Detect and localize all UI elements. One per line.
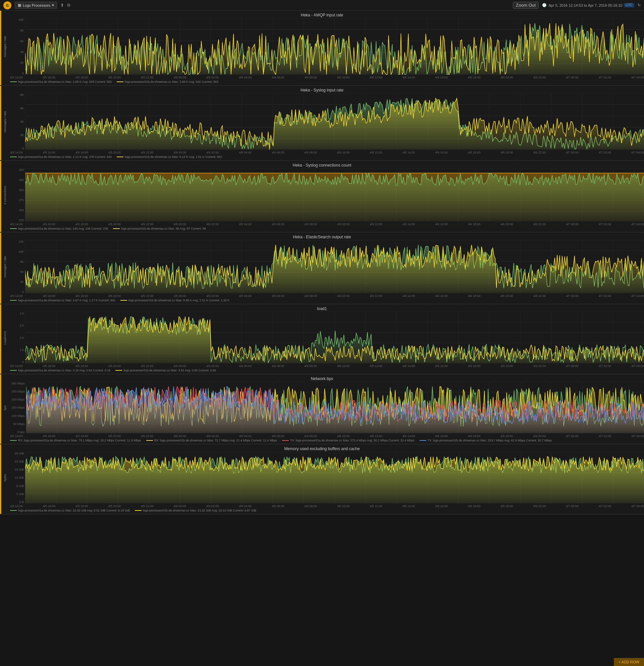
y-tick: 3K bbox=[12, 280, 24, 284]
legend-item: logs-processor01b.de.showmax.cc Max: 6.1… bbox=[117, 155, 222, 159]
x-tick: 4/6 14:00 bbox=[403, 76, 415, 79]
legend-item: logs-processor01b.de.showmax.cc Max: 23.… bbox=[135, 509, 256, 512]
x-tick: 4/6 06:00 bbox=[272, 76, 285, 79]
x-tick: 4/5 16:00 bbox=[43, 223, 55, 226]
y-tick: 13K bbox=[12, 240, 24, 243]
chart-title: Network bps bbox=[0, 374, 644, 382]
legend-color bbox=[120, 300, 127, 301]
x-tick: 4/5 20:00 bbox=[108, 434, 121, 438]
x-tick: 4/6 10:00 bbox=[337, 151, 350, 154]
dashboard-icon: ▦ bbox=[18, 3, 21, 7]
legend-item: logs-processor01b.de.showmax.cc Max: 8.8… bbox=[120, 299, 230, 302]
legend-color bbox=[135, 510, 141, 511]
x-tick: 4/5 14:00 bbox=[10, 364, 23, 368]
x-tick: 4/5 18:00 bbox=[75, 505, 88, 508]
utc-badge: UTC bbox=[624, 3, 634, 7]
y-tick: 10K bbox=[12, 250, 24, 253]
x-tick: 4/5 14:00 bbox=[10, 294, 23, 298]
chart-legend: logs-processor01a.de.showmax.cc Max: 4.0… bbox=[0, 79, 644, 85]
legend-label: logs-processor01a.de.showmax.cc Max: 240… bbox=[18, 227, 108, 230]
x-tick: 4/6 06:00 bbox=[272, 434, 285, 438]
y-ticks: 4.03.02.01.00 bbox=[10, 312, 25, 364]
y-tick: 5K bbox=[12, 270, 24, 274]
chart-area: bytes28 GiB23 GiB19 GiB14 GiB9 GiB5 GiB0… bbox=[0, 452, 644, 504]
x-tick: 4/5 16:00 bbox=[43, 434, 55, 438]
x-axis-labels: 4/5 14:004/5 16:004/5 18:004/5 20:004/5 … bbox=[0, 364, 644, 368]
x-tick: 4/6 10:00 bbox=[337, 434, 350, 438]
x-tick: 4/6 18:00 bbox=[468, 505, 481, 508]
legend-label: logs-processor01a.de.showmax.cc Max: 22.… bbox=[18, 509, 130, 512]
x-tick: 4/6 14:00 bbox=[403, 364, 415, 368]
x-tick: 4/6 18:00 bbox=[468, 76, 481, 79]
x-tick: 4/6 14:00 bbox=[403, 223, 415, 226]
x-tick: 4/5 22:00 bbox=[141, 76, 154, 79]
chart-svg bbox=[25, 240, 644, 294]
legend-item: logs-processor01a.de.showmax.cc Max: 4.0… bbox=[10, 80, 112, 84]
x-tick: 4/6 02:00 bbox=[206, 505, 219, 508]
x-tick: 4/6 14:00 bbox=[403, 434, 415, 438]
chart-svg bbox=[25, 18, 644, 75]
x-tick: 4/6 14:00 bbox=[403, 505, 415, 508]
x-tick: 4/5 14:00 bbox=[10, 223, 23, 226]
y-tick: 10K bbox=[12, 18, 24, 21]
settings-icon[interactable]: ⚙ bbox=[67, 3, 71, 8]
chart-area: bps300 Mbps250 Mbps200 Mbps150 Mbps100 M… bbox=[0, 382, 644, 434]
legend-label: logs-processor01a.de.showmax.cc Max: 4.6… bbox=[18, 299, 115, 302]
legend-label: logs-processor01b.de.showmax.cc Max: 3.9… bbox=[123, 369, 216, 372]
y-axis-label: messages / rate bbox=[0, 240, 10, 294]
x-tick: 4/6 06:00 bbox=[272, 151, 285, 154]
share-icon[interactable]: ⬆ bbox=[61, 3, 64, 8]
y-tick: 225 bbox=[12, 218, 24, 222]
chart-legend: RX: logs-processor01a.de.showmax.cc Max:… bbox=[0, 438, 644, 444]
x-tick: 4/6 12:00 bbox=[370, 505, 383, 508]
x-tick: 4/5 22:00 bbox=[141, 294, 154, 298]
x-tick: 4/6 10:00 bbox=[337, 505, 350, 508]
x-tick: 4/6 18:00 bbox=[468, 151, 481, 154]
x-tick: 4/6 18:00 bbox=[468, 364, 481, 368]
x-tick: 4/6 16:00 bbox=[435, 151, 448, 154]
chart-svg-wrapper bbox=[25, 452, 644, 504]
chart-svg-wrapper bbox=[26, 382, 644, 434]
refresh-icon[interactable]: ↻ bbox=[638, 3, 641, 7]
x-tick: 4/6 12:00 bbox=[370, 294, 383, 298]
x-tick: 4/7 00:00 bbox=[566, 151, 579, 154]
x-tick: 4/6 06:00 bbox=[272, 223, 285, 226]
legend-color bbox=[10, 157, 17, 157]
chart-area: Load/AVG4.03.02.01.00 bbox=[0, 312, 644, 364]
legend-label: logs-processor01a.de.showmax.cc Max: 3.1… bbox=[18, 369, 111, 372]
y-tick: 3.0 bbox=[12, 324, 24, 327]
x-tick: 4/6 10:00 bbox=[337, 294, 350, 298]
x-tick: 4/7 00:00 bbox=[566, 76, 579, 79]
x-tick: 4/6 20:00 bbox=[501, 76, 513, 79]
x-tick: 4/7 02:00 bbox=[599, 364, 611, 368]
chart-panel-network-bps: Network bpsbps300 Mbps250 Mbps200 Mbps15… bbox=[0, 374, 644, 444]
x-tick: 4/6 08:00 bbox=[304, 151, 317, 154]
legend-item: logs-processor01b.de.showmax.cc Max: 3.9… bbox=[117, 80, 218, 84]
chart-panel-amqp-input: Heka - AMQP input ratemessages / rate10K… bbox=[0, 11, 644, 86]
x-tick: 4/6 22:00 bbox=[533, 364, 546, 368]
x-tick: 4/7 00:00 bbox=[566, 505, 579, 508]
zoom-out-button[interactable]: Zoom Out bbox=[513, 2, 539, 9]
legend-item: logs-processor01b.de.showmax.cc Max: 3.9… bbox=[115, 369, 216, 372]
legend-label: logs-processor01b.de.showmax.cc Max: 3.9… bbox=[125, 80, 218, 84]
dashboard-title[interactable]: ▦ Logs Processors ▾ bbox=[15, 2, 57, 9]
x-tick: 4/6 04:00 bbox=[239, 294, 252, 298]
y-tick: 19 GiB bbox=[12, 468, 24, 471]
legend-color bbox=[113, 228, 120, 229]
charts-container: Heka - AMQP input ratemessages / rate10K… bbox=[0, 11, 644, 514]
x-tick: 4/7 00:00 bbox=[566, 294, 579, 298]
x-tick: 4/7 04:00 bbox=[631, 76, 644, 79]
x-tick: 4/7 04:00 bbox=[631, 434, 644, 438]
chart-svg-wrapper bbox=[25, 18, 644, 75]
x-tick: 4/5 14:00 bbox=[10, 434, 23, 438]
x-tick: 4/7 02:00 bbox=[599, 76, 611, 79]
chart-svg-wrapper bbox=[25, 312, 644, 364]
x-tick: 4/6 16:00 bbox=[435, 76, 448, 79]
legend-label: TX: logs-processor01a.de.showmax.cc Max:… bbox=[290, 439, 414, 442]
y-tick: 300 Mbps bbox=[12, 382, 25, 385]
x-tick: 4/5 20:00 bbox=[108, 364, 121, 368]
x-tick: 4/6 04:00 bbox=[239, 505, 252, 508]
x-tick: 4/5 16:00 bbox=[43, 294, 55, 298]
x-tick: 4/5 18:00 bbox=[75, 294, 88, 298]
chart-panel-syslog-input: Heka - Syslog input ratemessages / rate8… bbox=[0, 86, 644, 161]
